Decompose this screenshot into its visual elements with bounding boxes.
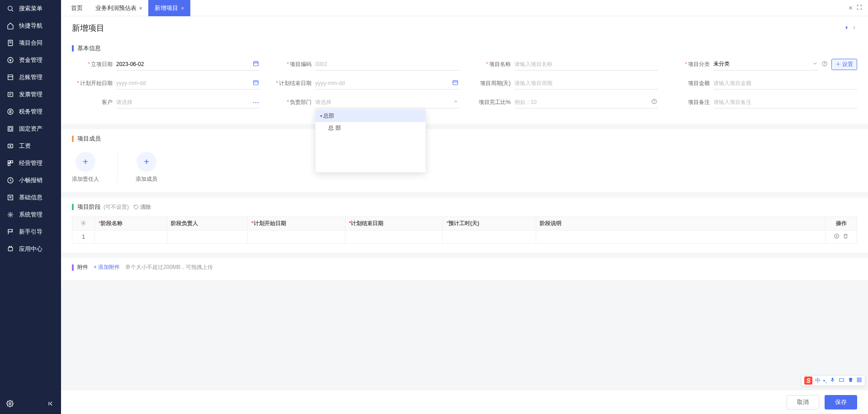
stages-clear-link[interactable]: 清除 bbox=[133, 203, 151, 211]
sidebar-search[interactable]: 搜索菜单 bbox=[0, 0, 61, 17]
col-gear[interactable] bbox=[72, 217, 95, 231]
svg-rect-14 bbox=[8, 144, 13, 148]
project-category-select[interactable] bbox=[713, 59, 819, 69]
help-icon[interactable] bbox=[821, 61, 828, 68]
panel-stages: 项目阶段 (可不设置) 清除 *阶段名称 阶段负责人 *计划开始日期 *计划结束… bbox=[61, 198, 868, 253]
sidebar-item-11[interactable]: 系统管理 bbox=[0, 206, 61, 223]
department-select[interactable] bbox=[315, 97, 459, 107]
ime-skin-icon[interactable] bbox=[848, 377, 854, 384]
col-ops: 操作 bbox=[826, 217, 857, 231]
ime-logo-icon: S bbox=[804, 376, 812, 385]
ime-keyboard-icon[interactable] bbox=[838, 377, 845, 384]
sidebar-item-3[interactable]: 总账管理 bbox=[0, 69, 61, 86]
add-attachment-link[interactable]: + 添加附件 bbox=[94, 263, 120, 271]
col-start: *计划开始日期 bbox=[247, 217, 345, 231]
svg-point-45 bbox=[83, 222, 84, 223]
panel-attachment: 附件 + 添加附件 单个大小不超过200MB，可拖拽上传 bbox=[61, 258, 868, 280]
page-title: 新增项目 bbox=[72, 23, 104, 33]
sidebar-item-10[interactable]: 基础信息 bbox=[0, 189, 61, 206]
calendar-icon[interactable] bbox=[452, 79, 458, 87]
fund-icon bbox=[6, 56, 14, 64]
cancel-button[interactable]: 取消 bbox=[787, 395, 819, 409]
page-header: 新增项目 bbox=[61, 16, 868, 39]
fullscreen-icon[interactable] bbox=[856, 4, 863, 12]
cycle-input[interactable] bbox=[514, 78, 658, 88]
plan-start-input[interactable] bbox=[116, 78, 260, 88]
amount-input[interactable] bbox=[713, 78, 857, 88]
sidebar-item-13[interactable]: 应用中心 bbox=[0, 240, 61, 258]
section-bar-icon bbox=[72, 264, 74, 271]
ime-toolbar[interactable]: S 中 •, bbox=[801, 375, 865, 386]
tab-new-project[interactable]: 新增项目× bbox=[148, 0, 190, 16]
close-all-icon[interactable]: × bbox=[849, 4, 853, 12]
svg-point-38 bbox=[838, 64, 839, 65]
sidebar-item-12[interactable]: 新手引导 bbox=[0, 223, 61, 240]
ledger-icon bbox=[6, 73, 14, 81]
sidebar-item-5[interactable]: 税务管理 bbox=[0, 103, 61, 120]
home-icon bbox=[6, 22, 14, 30]
stage-table: *阶段名称 阶段负责人 *计划开始日期 *计划结束日期 *预计工时(天) 阶段说… bbox=[72, 216, 857, 244]
tab-profit-estimate[interactable]: 业务利润预估表× bbox=[89, 0, 148, 16]
more-icon[interactable]: ··· bbox=[253, 99, 259, 105]
svg-rect-17 bbox=[11, 161, 13, 163]
sidebar-item-1[interactable]: 项目合同 bbox=[0, 34, 61, 52]
remark-input[interactable] bbox=[713, 97, 857, 107]
sidebar-item-9[interactable]: 小畅报销 bbox=[0, 172, 61, 189]
svg-point-26 bbox=[9, 246, 9, 247]
help-icon[interactable] bbox=[651, 98, 657, 106]
customer-select[interactable] bbox=[116, 97, 260, 107]
col-hours: *预计工时(天) bbox=[443, 217, 536, 231]
sidebar-item-6[interactable]: 固定资产 bbox=[0, 120, 61, 137]
sidebar-item-8[interactable]: 经营管理 bbox=[0, 155, 61, 172]
sidebar-collapse-icon[interactable] bbox=[47, 400, 55, 409]
guide-icon bbox=[6, 228, 14, 236]
plan-end-input[interactable] bbox=[315, 78, 459, 88]
sidebar-item-4[interactable]: 发票管理 bbox=[0, 86, 61, 103]
setting-button[interactable]: 设置 bbox=[831, 59, 857, 70]
sidebar-item-7[interactable]: 工资 bbox=[0, 137, 61, 155]
nav-next-icon[interactable] bbox=[852, 25, 857, 32]
svg-rect-51 bbox=[840, 379, 844, 381]
tab-close-icon[interactable]: × bbox=[181, 5, 184, 11]
ime-toolbox-icon[interactable] bbox=[856, 377, 862, 384]
delete-row-icon[interactable] bbox=[842, 234, 849, 240]
ime-punct-icon[interactable]: •, bbox=[823, 377, 827, 384]
table-row[interactable]: 1 bbox=[72, 231, 857, 244]
tab-home[interactable]: 首页 bbox=[65, 0, 89, 16]
tabs-bar: 首页 业务利润预估表× 新增项目× × bbox=[61, 0, 868, 16]
svg-point-37 bbox=[825, 65, 825, 65]
col-end: *计划结束日期 bbox=[345, 217, 443, 231]
chevron-down-icon[interactable] bbox=[812, 61, 818, 67]
calendar-icon[interactable] bbox=[253, 60, 259, 68]
chevron-up-icon[interactable] bbox=[453, 99, 458, 105]
tree-item-root[interactable]: ▾总部 bbox=[316, 110, 425, 122]
complete-input[interactable] bbox=[514, 97, 658, 107]
svg-rect-8 bbox=[8, 92, 13, 96]
save-button[interactable]: 保存 bbox=[825, 395, 857, 409]
svg-marker-30 bbox=[845, 26, 847, 29]
svg-rect-25 bbox=[8, 247, 12, 251]
add-row-icon[interactable] bbox=[833, 234, 840, 240]
contract-icon bbox=[6, 39, 14, 47]
setup-date-input[interactable] bbox=[116, 59, 260, 69]
invoice-icon bbox=[6, 90, 14, 99]
nav-prev-icon[interactable] bbox=[844, 25, 849, 32]
sidebar-item-2[interactable]: 资金管理 bbox=[0, 52, 61, 69]
search-icon bbox=[6, 5, 14, 13]
sidebar-settings-icon[interactable] bbox=[6, 400, 14, 409]
tab-close-icon[interactable]: × bbox=[139, 5, 142, 11]
add-owner-button[interactable]: + bbox=[75, 152, 95, 172]
panel-basic-info: 基本信息 *立项日期 *项目编码 *项目名称 *项目 bbox=[61, 39, 868, 124]
sidebar-search-label: 搜索菜单 bbox=[19, 5, 42, 13]
svg-rect-55 bbox=[857, 378, 859, 379]
project-name-input[interactable] bbox=[514, 59, 658, 69]
ime-lang[interactable]: 中 bbox=[815, 377, 821, 385]
tree-item-child[interactable]: 总 部 bbox=[316, 122, 425, 134]
section-bar-icon bbox=[72, 204, 74, 210]
svg-rect-6 bbox=[8, 75, 13, 80]
sidebar-item-0[interactable]: 快捷导航 bbox=[0, 17, 61, 34]
ime-mic-icon[interactable] bbox=[830, 377, 835, 384]
project-code-input[interactable] bbox=[315, 59, 459, 69]
calendar-icon[interactable] bbox=[253, 79, 259, 87]
add-member-button[interactable]: + bbox=[137, 152, 156, 172]
